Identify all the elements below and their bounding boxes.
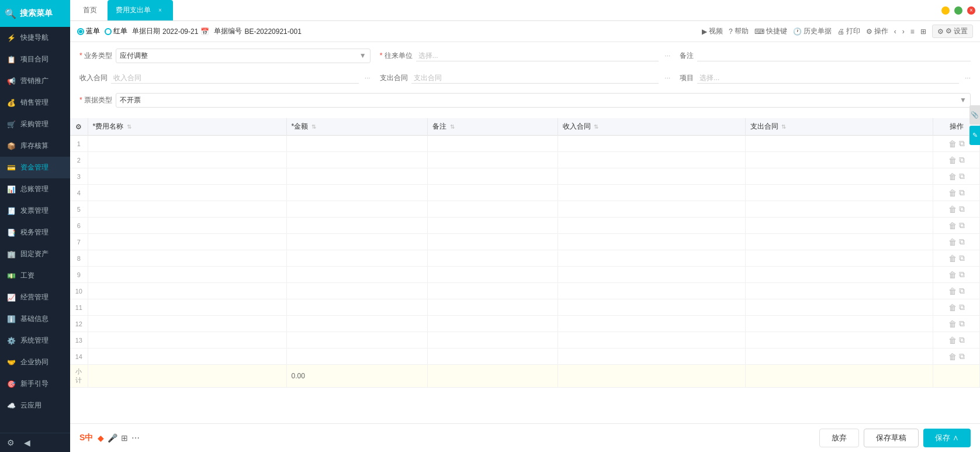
row-remark[interactable] xyxy=(428,234,558,250)
row-income-contract[interactable] xyxy=(558,234,746,250)
row-remark[interactable] xyxy=(428,152,558,168)
row-remark[interactable] xyxy=(428,201,558,218)
row-income-contract[interactable] xyxy=(558,218,746,234)
expense-contract-input[interactable] xyxy=(411,73,659,84)
row-remark[interactable] xyxy=(428,299,558,316)
row-expense-name[interactable] xyxy=(88,332,286,349)
operate-btn[interactable]: ⚙ 操作 xyxy=(866,26,888,36)
row-expense-name[interactable] xyxy=(88,316,286,332)
grid-icon[interactable]: ⊞ xyxy=(121,433,128,443)
video-btn[interactable]: ▶ 视频 xyxy=(702,26,723,36)
row-copy-icon[interactable]: ⧉ xyxy=(959,188,965,198)
row-income-contract[interactable] xyxy=(558,349,746,365)
sidebar-header[interactable]: 🔍 搜索菜单 xyxy=(0,0,70,27)
row-amount[interactable] xyxy=(286,332,428,349)
row-amount[interactable] xyxy=(286,218,428,234)
row-amount[interactable] xyxy=(286,152,428,168)
row-delete-icon[interactable]: 🗑 xyxy=(948,336,957,345)
tab-expense[interactable]: 费用支出单 × xyxy=(108,0,173,20)
row-income-contract[interactable] xyxy=(558,316,746,332)
business-type-select[interactable]: 应付调整 ▼ xyxy=(116,49,370,63)
row-income-contract[interactable] xyxy=(558,250,746,267)
window-close-button[interactable]: × xyxy=(967,6,975,15)
history-btn[interactable]: 🕐 历史单据 xyxy=(793,26,832,36)
row-delete-icon[interactable]: 🗑 xyxy=(948,172,957,181)
row-remark[interactable] xyxy=(428,136,558,152)
sidebar-item-purchase[interactable]: 🛒 采购管理 xyxy=(0,113,70,135)
row-copy-icon[interactable]: ⧉ xyxy=(959,139,965,149)
col-settings[interactable]: ⚙ xyxy=(70,118,88,136)
partner-more-icon[interactable]: ··· xyxy=(664,51,670,60)
row-amount[interactable] xyxy=(286,299,428,316)
sidebar-item-capital[interactable]: 💳 资金管理 xyxy=(0,157,70,178)
partner-input[interactable] xyxy=(416,50,659,61)
view-list-btn[interactable]: ≡ xyxy=(910,27,915,36)
row-remark[interactable] xyxy=(428,218,558,234)
sidebar-item-fixed-assets[interactable]: 🏢 固定资产 xyxy=(0,243,70,265)
row-copy-icon[interactable]: ⧉ xyxy=(959,237,965,247)
row-delete-icon[interactable]: 🗑 xyxy=(948,254,957,263)
sidebar-item-sales[interactable]: 💰 销售管理 xyxy=(0,92,70,113)
row-expense-contract[interactable] xyxy=(746,168,933,185)
sort-icon-income[interactable]: ⇅ xyxy=(594,123,598,130)
row-expense-name[interactable] xyxy=(88,267,286,283)
row-copy-icon[interactable]: ⧉ xyxy=(959,204,965,214)
row-expense-name[interactable] xyxy=(88,283,286,299)
income-contract-input[interactable] xyxy=(111,73,359,84)
row-delete-icon[interactable]: 🗑 xyxy=(948,319,957,329)
row-remark[interactable] xyxy=(428,250,558,267)
sidebar-item-inventory[interactable]: 📦 库存核算 xyxy=(0,135,70,157)
settings-button[interactable]: ⚙ ⚙ 设置 xyxy=(932,25,973,38)
more-icon[interactable]: ⋯ xyxy=(131,433,140,443)
help-btn[interactable]: ? 帮助 xyxy=(729,26,749,36)
row-expense-contract[interactable] xyxy=(746,250,933,267)
row-amount[interactable] xyxy=(286,267,428,283)
row-copy-icon[interactable]: ⧉ xyxy=(959,335,965,345)
row-expense-contract[interactable] xyxy=(746,185,933,201)
settings-icon[interactable]: ⚙ xyxy=(7,438,15,447)
row-income-contract[interactable] xyxy=(558,283,746,299)
row-copy-icon[interactable]: ⧉ xyxy=(959,286,965,296)
volume-icon[interactable]: ◀ xyxy=(24,438,30,447)
row-copy-icon[interactable]: ⧉ xyxy=(959,270,965,280)
sidebar-item-quick-nav[interactable]: ⚡ 快捷导航 xyxy=(0,27,70,49)
row-expense-contract[interactable] xyxy=(746,201,933,218)
row-amount[interactable] xyxy=(286,185,428,201)
row-delete-icon[interactable]: 🗑 xyxy=(948,352,957,361)
row-expense-contract[interactable] xyxy=(746,316,933,332)
remark-input[interactable] xyxy=(697,50,971,61)
row-delete-icon[interactable]: 🗑 xyxy=(948,188,957,198)
abandon-button[interactable]: 放弃 xyxy=(819,429,859,447)
row-copy-icon[interactable]: ⧉ xyxy=(959,155,965,165)
sidebar-item-enterprise[interactable]: 🤝 企业协同 xyxy=(0,351,70,373)
row-amount[interactable] xyxy=(286,201,428,218)
row-copy-icon[interactable]: ⧉ xyxy=(959,351,965,361)
project-more-icon[interactable]: ··· xyxy=(965,74,971,82)
window-minimize-button[interactable] xyxy=(941,6,950,15)
row-delete-icon[interactable]: 🗑 xyxy=(948,303,957,312)
row-expense-contract[interactable] xyxy=(746,234,933,250)
sidebar-item-marketing[interactable]: 📢 营销推广 xyxy=(0,70,70,92)
row-amount[interactable] xyxy=(286,283,428,299)
row-expense-contract[interactable] xyxy=(746,152,933,168)
side-ribbon-attachment[interactable]: 📎 xyxy=(969,105,980,125)
row-expense-name[interactable] xyxy=(88,136,286,152)
row-expense-contract[interactable] xyxy=(746,218,933,234)
print-btn[interactable]: 🖨 打印 xyxy=(837,26,860,36)
sort-icon-remark[interactable]: ⇅ xyxy=(450,123,455,130)
sidebar-item-base-info[interactable]: ℹ️ 基础信息 xyxy=(0,308,70,330)
row-amount[interactable] xyxy=(286,136,428,152)
calendar-icon[interactable]: 📅 xyxy=(200,27,209,36)
row-remark[interactable] xyxy=(428,316,558,332)
row-remark[interactable] xyxy=(428,283,558,299)
row-delete-icon[interactable]: 🗑 xyxy=(948,205,957,214)
row-expense-name[interactable] xyxy=(88,234,286,250)
view-grid-btn[interactable]: ⊞ xyxy=(920,27,926,36)
expense-contract-more-icon[interactable]: ··· xyxy=(664,74,670,82)
row-expense-name[interactable] xyxy=(88,250,286,267)
row-delete-icon[interactable]: 🗑 xyxy=(948,139,957,149)
row-remark[interactable] xyxy=(428,168,558,185)
row-copy-icon[interactable]: ⧉ xyxy=(959,253,965,263)
project-input[interactable] xyxy=(697,73,959,84)
mic-icon[interactable]: 🎤 xyxy=(108,433,117,443)
